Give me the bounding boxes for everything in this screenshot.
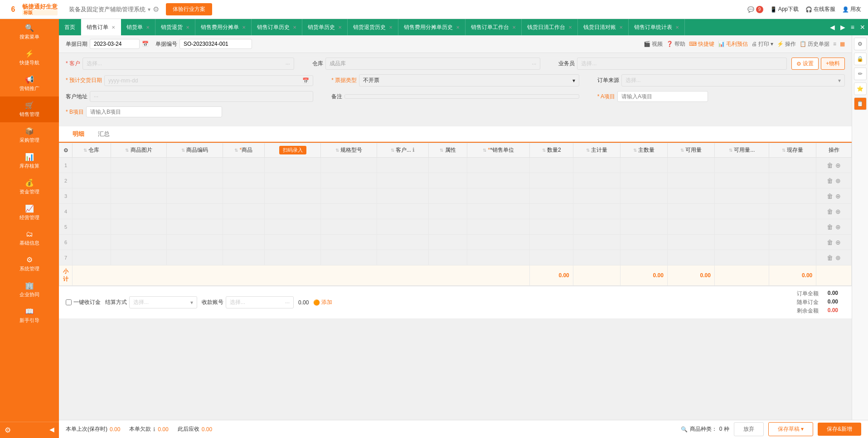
row-available-4[interactable] xyxy=(667,204,714,219)
th-warehouse[interactable]: ⇅ 仓库 xyxy=(73,143,111,158)
settings-btn[interactable]: ⚙ 设置 xyxy=(791,58,819,70)
th-spec[interactable]: ⇅ 规格型号 xyxy=(321,143,377,158)
row-delete-3[interactable]: 🗑 xyxy=(827,193,833,200)
tab-home[interactable]: 首页 xyxy=(59,19,81,35)
row-available2-2[interactable] xyxy=(714,173,769,188)
industry-solution-button[interactable]: 体验行业方案 xyxy=(166,3,212,15)
tab-sales-expense-split[interactable]: 销售费用分摊单✕ xyxy=(195,19,252,35)
th-product[interactable]: ⇅ *商品 xyxy=(223,143,264,158)
row-sales-unit-4[interactable] xyxy=(467,204,530,219)
help-btn[interactable]: ❓ 帮助 xyxy=(666,40,685,48)
row-sales-unit-3[interactable] xyxy=(467,188,530,204)
row-product-1[interactable] xyxy=(223,158,264,173)
tab-sales-bill-history[interactable]: 销货单历史✕ xyxy=(302,19,348,35)
row-main-unit-7[interactable] xyxy=(573,250,620,265)
th-available[interactable]: ⇅ 可用量 xyxy=(667,143,714,158)
row-delete-5[interactable]: 🗑 xyxy=(827,223,833,231)
sidebar-tool-2[interactable]: 🔒 xyxy=(854,53,867,65)
save-draft-btn[interactable]: 保存草稿 ▾ xyxy=(768,422,813,436)
tab-close-sales-return[interactable]: ✕ xyxy=(186,25,189,30)
row-main-unit-5[interactable] xyxy=(573,219,620,235)
quick-pay-checkbox-input[interactable] xyxy=(66,299,72,305)
tab-sales-return[interactable]: 销货退货✕ xyxy=(155,19,195,35)
row-delete-1[interactable]: 🗑 xyxy=(827,162,833,169)
row-available2-5[interactable] xyxy=(714,219,769,235)
row-attributes-3[interactable] xyxy=(429,188,467,204)
scan-btn[interactable]: 扫码录入 xyxy=(279,146,306,154)
a-project-input[interactable] xyxy=(617,91,708,102)
customer-input[interactable]: 选择... ··· xyxy=(82,58,294,70)
row-product-code-1[interactable] xyxy=(167,158,223,173)
row-available2-4[interactable] xyxy=(714,204,769,219)
row-product-image-7[interactable] xyxy=(111,250,166,265)
tab-close-sales-expense-history[interactable]: ✕ xyxy=(456,25,460,30)
sidebar-item-marketing[interactable]: 📢营销推广 xyxy=(0,71,59,96)
row-product-code-6[interactable] xyxy=(167,235,223,250)
tab-close-sales-expense-split[interactable]: ✕ xyxy=(242,25,246,30)
row-customer-code-4[interactable] xyxy=(377,204,428,219)
history-btn[interactable]: 📋 历史单据 xyxy=(800,40,829,48)
sidebar-item-finance[interactable]: 💰资金管理 xyxy=(0,174,59,200)
number-input[interactable] xyxy=(179,39,252,49)
invoice-type-input[interactable]: 不开票 ▾ xyxy=(359,74,579,87)
row-sales-unit-1[interactable] xyxy=(467,158,530,173)
tab-close-sales-order-history[interactable]: ✕ xyxy=(293,25,296,30)
save-new-btn[interactable]: 保存&新增 xyxy=(818,423,861,436)
th-qty2[interactable]: ⇅ 数量2 xyxy=(530,143,573,158)
sidebar-collapse-icon[interactable]: ◀ xyxy=(49,426,54,434)
warehouse-input[interactable]: 成品库 ··· xyxy=(325,58,541,70)
row-available-2[interactable] xyxy=(667,173,714,188)
row-warehouse-2[interactable] xyxy=(73,173,111,188)
row-main-unit-6[interactable] xyxy=(573,235,620,250)
sidebar-item-purchase[interactable]: 📦采购管理 xyxy=(0,122,59,148)
row-main-unit-4[interactable] xyxy=(573,204,620,219)
row-main-qty-5[interactable] xyxy=(620,219,667,235)
row-sales-unit-6[interactable] xyxy=(467,235,530,250)
sidebar-item-guide[interactable]: 📖新手引导 xyxy=(0,303,59,328)
row-product-3[interactable] xyxy=(223,188,264,204)
sub-tab-detail[interactable]: 明细 xyxy=(66,126,91,143)
row-copy-4[interactable]: ⊕ xyxy=(835,208,841,215)
row-warehouse-4[interactable] xyxy=(73,204,111,219)
row-warehouse-1[interactable] xyxy=(73,158,111,173)
b-project-input[interactable] xyxy=(86,106,222,117)
row-product-code-4[interactable] xyxy=(167,204,223,219)
tab-close-sales-bill-history[interactable]: ✕ xyxy=(338,25,342,30)
tab-cash-daily-workbench[interactable]: 钱货日清工作台✕ xyxy=(522,19,578,35)
row-scan-6[interactable] xyxy=(264,235,321,250)
th-product-code[interactable]: ⇅ 商品编码 xyxy=(167,143,223,158)
row-spec-5[interactable] xyxy=(321,219,377,235)
tab-close-sales-bill[interactable]: ✕ xyxy=(146,25,150,30)
sidebar-tool-5[interactable]: 📋 xyxy=(854,97,867,110)
row-customer-code-2[interactable] xyxy=(377,173,428,188)
row-main-unit-1[interactable] xyxy=(573,158,620,173)
tab-close-sales-return-history[interactable]: ✕ xyxy=(389,25,393,30)
app-download-btn[interactable]: 📱 App下载 xyxy=(770,5,799,13)
th-customer-code[interactable]: ⇅ 客户... ℹ xyxy=(377,143,428,158)
row-product-code-7[interactable] xyxy=(167,250,223,265)
tab-cash-reconcile[interactable]: 钱货日清对账✕ xyxy=(578,19,629,35)
sidebar-item-operations[interactable]: 📈经营管理 xyxy=(0,200,59,226)
tab-sales-return-history[interactable]: 销货退货历史✕ xyxy=(348,19,398,35)
order-source-input[interactable]: 选择... ▾ xyxy=(621,74,845,87)
row-stock-5[interactable] xyxy=(769,219,816,235)
shortcut-btn[interactable]: ⌨ 快捷键 xyxy=(689,40,714,48)
row-sales-unit-7[interactable] xyxy=(467,250,530,265)
operations-btn[interactable]: ⚡ 操作 xyxy=(777,40,796,48)
tab-sales-order[interactable]: 销售订单✕ xyxy=(81,19,121,35)
row-attributes-5[interactable] xyxy=(429,219,467,235)
sidebar-item-base[interactable]: 🗂基础信息 xyxy=(0,226,59,251)
calendar-icon[interactable]: 📅 xyxy=(142,41,149,47)
row-attributes-2[interactable] xyxy=(429,173,467,188)
tab-sales-order-workbench[interactable]: 销售订单工作台✕ xyxy=(466,19,522,35)
row-qty2-4[interactable] xyxy=(530,204,573,219)
sidebar-tool-3[interactable]: ✏ xyxy=(854,67,867,80)
row-qty2-7[interactable] xyxy=(530,250,573,265)
tab-sales-order-stats[interactable]: 销售订单统计表✕ xyxy=(629,19,685,35)
row-warehouse-5[interactable] xyxy=(73,219,111,235)
row-product-6[interactable] xyxy=(223,235,264,250)
row-available-5[interactable] xyxy=(667,219,714,235)
row-warehouse-7[interactable] xyxy=(73,250,111,265)
row-main-qty-4[interactable] xyxy=(620,204,667,219)
system-name-dropdown-icon[interactable]: ▾ xyxy=(148,6,150,13)
